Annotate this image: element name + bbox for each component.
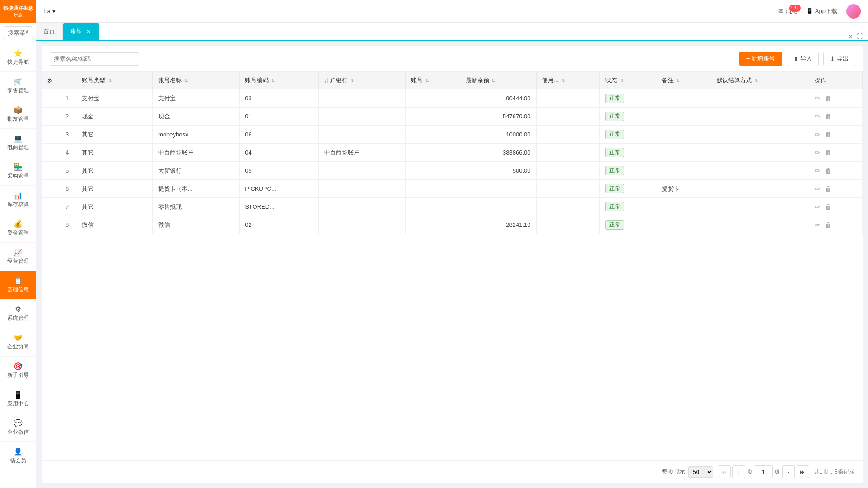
edit-icon[interactable]: ✏ bbox=[815, 203, 821, 211]
col-name[interactable]: 账号名称 ⇅ bbox=[153, 72, 240, 89]
col-usage[interactable]: 使用... ⇅ bbox=[536, 72, 600, 89]
row-action: ✏ 🗑 bbox=[809, 216, 863, 234]
sidebar-item-member[interactable]: 👤 畅会员 bbox=[0, 442, 36, 470]
edit-icon[interactable]: ✏ bbox=[815, 113, 821, 121]
delete-icon[interactable]: 🗑 bbox=[825, 149, 832, 156]
row-balance: 10000.00 bbox=[460, 126, 536, 144]
row-action: ✏ 🗑 bbox=[809, 89, 863, 108]
sidebar-item-retail[interactable]: 🛒 零售管理 bbox=[0, 72, 36, 100]
sidebar-nav: ⭐ 快捷导航 🛒 零售管理 📦 批发管理 💻 电商管理 🏪 采购管理 📊 库存核… bbox=[0, 43, 36, 488]
row-action: ✏ 🗑 bbox=[809, 198, 863, 216]
sidebar-item-purchase[interactable]: 🏪 采购管理 bbox=[0, 157, 36, 186]
sidebar-item-label: 系统管理 bbox=[7, 314, 29, 322]
company-dropdown[interactable]: Ea ▾ bbox=[43, 8, 56, 14]
add-account-button[interactable]: + 新增账号 bbox=[739, 52, 782, 66]
row-default-payment bbox=[711, 144, 809, 162]
tab-account-label: 账号 bbox=[70, 28, 82, 36]
sidebar-item-cooperation[interactable]: 🤝 企业协同 bbox=[0, 328, 36, 357]
last-page-button[interactable]: ⏭ bbox=[797, 465, 809, 478]
search-button[interactable]: 🔍 bbox=[134, 53, 139, 65]
sidebar-search-container[interactable] bbox=[0, 23, 36, 43]
sidebar-item-basic-info[interactable]: 📋 基础信息 bbox=[0, 271, 36, 300]
delete-icon[interactable]: 🗑 bbox=[825, 167, 832, 174]
next-page-button[interactable]: › bbox=[782, 465, 795, 478]
row-settings bbox=[42, 180, 58, 198]
prev-page-button[interactable]: ‹ bbox=[732, 465, 745, 478]
operations-icon: 📈 bbox=[14, 248, 23, 257]
row-remark bbox=[656, 198, 711, 216]
sidebar-item-ecommerce[interactable]: 💻 电商管理 bbox=[0, 129, 36, 157]
edit-icon[interactable]: ✏ bbox=[815, 185, 821, 193]
user-avatar[interactable] bbox=[846, 4, 861, 19]
edit-icon[interactable]: ✏ bbox=[815, 221, 821, 229]
col-type[interactable]: 账号类型 ⇅ bbox=[76, 72, 153, 89]
edit-icon[interactable]: ✏ bbox=[815, 167, 821, 175]
table-row: 5 其它 大新银行 05 500.00 正常 ✏ 🗑 bbox=[42, 162, 863, 180]
first-page-button[interactable]: ⏮ bbox=[718, 465, 731, 478]
col-remark[interactable]: 备注 ⇅ bbox=[656, 72, 711, 89]
delete-icon[interactable]: 🗑 bbox=[825, 185, 832, 192]
search-box[interactable]: 🔍 bbox=[49, 52, 139, 66]
sidebar-item-system[interactable]: ⚙ 系统管理 bbox=[0, 300, 36, 328]
col-default-payment[interactable]: 默认结算方式 ⇅ bbox=[711, 72, 809, 89]
tab-home[interactable]: 首页 bbox=[36, 23, 63, 40]
row-usage bbox=[536, 198, 600, 216]
row-name: 零售抵现 bbox=[153, 198, 240, 216]
row-default-payment bbox=[711, 89, 809, 108]
sidebar-item-label: 经营管理 bbox=[7, 258, 29, 265]
app-download-button[interactable]: 📱 App下载 bbox=[806, 7, 837, 15]
sidebar-search-input[interactable] bbox=[3, 27, 33, 39]
col-settings[interactable]: ⚙ bbox=[42, 72, 58, 89]
row-default-payment bbox=[711, 216, 809, 234]
sidebar-item-label: 企业微信 bbox=[7, 428, 29, 436]
row-action: ✏ 🗑 bbox=[809, 144, 863, 162]
search-input[interactable] bbox=[49, 53, 134, 65]
messages-button[interactable]: ✉ 消息 99+ bbox=[778, 7, 797, 15]
delete-icon[interactable]: 🗑 bbox=[825, 131, 832, 138]
col-balance[interactable]: 最新余额 ⇅ bbox=[460, 72, 536, 89]
expand-icon[interactable]: ⛶ bbox=[857, 33, 863, 40]
col-account[interactable]: 账号 ⇅ bbox=[405, 72, 460, 89]
col-action: 操作 bbox=[809, 72, 863, 89]
edit-icon[interactable]: ✏ bbox=[815, 149, 821, 157]
page-number-input[interactable] bbox=[755, 465, 773, 478]
row-settings bbox=[42, 108, 58, 126]
sidebar-item-inventory[interactable]: 📊 库存核算 bbox=[0, 186, 36, 214]
sidebar-item-app-center[interactable]: 📱 应用中心 bbox=[0, 385, 36, 413]
tab-expand-controls: ✕ ⛶ bbox=[843, 33, 868, 40]
chevron-down-icon: ▾ bbox=[52, 8, 56, 14]
row-code: 02 bbox=[240, 216, 319, 234]
row-settings bbox=[42, 198, 58, 216]
sidebar-item-guide[interactable]: 🎯 新手引导 bbox=[0, 357, 36, 385]
delete-icon[interactable]: 🗑 bbox=[825, 221, 832, 229]
row-bank bbox=[318, 180, 405, 198]
close-tab-icon[interactable]: ✕ bbox=[848, 33, 853, 40]
row-account bbox=[405, 144, 460, 162]
col-status[interactable]: 状态 ⇅ bbox=[600, 72, 656, 89]
delete-icon[interactable]: 🗑 bbox=[825, 94, 832, 102]
delete-icon[interactable]: 🗑 bbox=[825, 113, 832, 120]
table-header-row: ⚙ 账号类型 ⇅ 账号名称 ⇅ 账号编码 ⇅ 开户银行 ⇅ 账号 ⇅ 最新余额 … bbox=[42, 72, 863, 89]
ecommerce-icon: 💻 bbox=[14, 134, 23, 143]
sidebar-item-finance[interactable]: 💰 资金管理 bbox=[0, 214, 36, 243]
col-code[interactable]: 账号编码 ⇅ bbox=[240, 72, 319, 89]
app-logo-text: 畅捷通好生意乐版 bbox=[3, 5, 33, 18]
sidebar-item-wholesale[interactable]: 📦 批发管理 bbox=[0, 100, 36, 129]
sidebar-item-wechat[interactable]: 💬 企业微信 bbox=[0, 413, 36, 442]
tab-account[interactable]: 账号 ✕ bbox=[63, 23, 99, 40]
col-bank[interactable]: 开户银行 ⇅ bbox=[318, 72, 405, 89]
status-badge: 正常 bbox=[605, 220, 624, 230]
sidebar-item-quick-nav[interactable]: ⭐ 快捷导航 bbox=[0, 43, 36, 72]
page-size-select[interactable]: 50 20 100 bbox=[688, 466, 713, 478]
edit-icon[interactable]: ✏ bbox=[815, 94, 821, 103]
edit-icon[interactable]: ✏ bbox=[815, 131, 821, 139]
row-bank bbox=[318, 108, 405, 126]
delete-icon[interactable]: 🗑 bbox=[825, 203, 832, 211]
retail-icon: 🛒 bbox=[14, 77, 23, 86]
tab-close-icon[interactable]: ✕ bbox=[85, 28, 92, 35]
import-button[interactable]: ⬆ 导入 bbox=[787, 52, 819, 66]
row-remark bbox=[656, 108, 711, 126]
sidebar-item-operations[interactable]: 📈 经营管理 bbox=[0, 243, 36, 271]
export-button[interactable]: ⬇ 导出 bbox=[823, 52, 855, 66]
table-row: 3 其它 moneybosx 06 10000.00 正常 ✏ 🗑 bbox=[42, 126, 863, 144]
